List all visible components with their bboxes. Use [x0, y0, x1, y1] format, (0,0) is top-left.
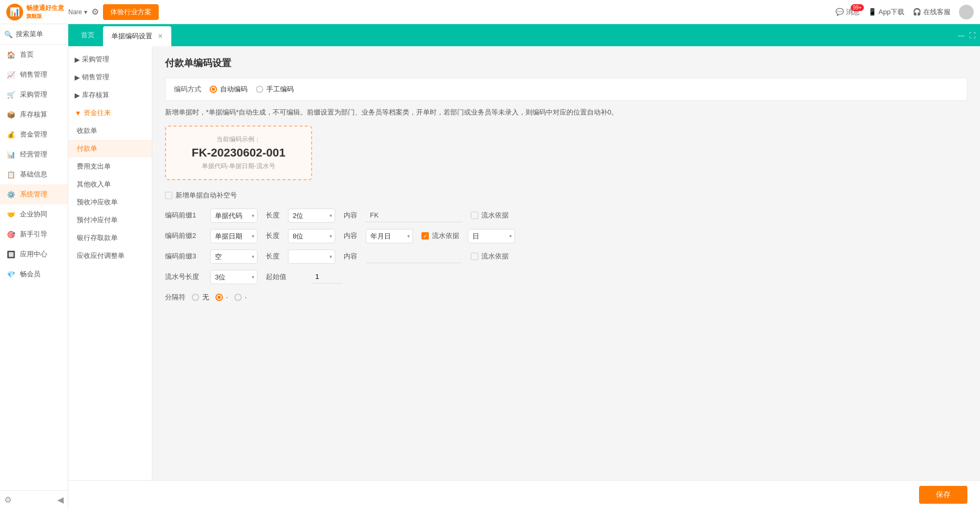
separator-options: 无 · ·: [192, 293, 246, 302]
submenu-item-prepay-receive[interactable]: 预收冲应收单: [68, 193, 152, 211]
settings-icon[interactable]: ⚙: [91, 7, 99, 17]
vip-icon: 💎: [6, 269, 16, 279]
separator-dash-radio[interactable]: ·: [215, 293, 228, 301]
appstore-icon: 🔲: [6, 250, 16, 259]
submenu-item-bank[interactable]: 银行存取款单: [68, 229, 152, 247]
prefix-select-2[interactable]: 单据日期 ▾: [210, 229, 257, 243]
sep-none-circle: [192, 294, 199, 301]
sidebar-item-enterprise[interactable]: 🤝 企业协同: [0, 204, 68, 224]
sidebar-bottom: ⚙ ◀: [0, 490, 68, 509]
content-select-input-2[interactable]: 年月日: [366, 229, 413, 243]
sidebar-item-guide[interactable]: 🎯 新手引导: [0, 224, 68, 244]
content-select-2[interactable]: 年月日 ▾: [366, 229, 413, 243]
encoding-type-section: 编码方式 自动编码 手工编码: [165, 78, 967, 101]
guide-icon: 🎯: [6, 230, 16, 239]
length-select-input-3[interactable]: [288, 250, 335, 264]
page-title: 付款单编码设置: [165, 57, 967, 69]
content-label-2: 内容: [344, 231, 357, 241]
stream-checkbox-3[interactable]: [471, 253, 478, 260]
main-layout: 🔍 搜索菜单 🏠 首页 📈 销售管理 🛒 采购管理 📦 库存核算 💰: [0, 24, 980, 509]
submenu-item-income[interactable]: 其他收入单: [68, 175, 152, 193]
prefix-select-input-3[interactable]: 空: [210, 250, 257, 264]
submenu-group-sales[interactable]: ▶ 销售管理: [68, 68, 152, 86]
messages-button[interactable]: 💬 消息 99+: [835, 7, 860, 17]
content-input-3: [366, 250, 462, 263]
stream-checkbox-1[interactable]: [471, 212, 478, 219]
chevron-right-icon-3: ▶: [75, 91, 80, 99]
prefix-select-input-2[interactable]: 单据日期: [210, 229, 257, 243]
length-select-1[interactable]: 2位 ▾: [288, 209, 335, 223]
sidebar-item-home[interactable]: 🏠 首页: [0, 45, 68, 65]
submenu-item-expense[interactable]: 费用支出单: [68, 158, 152, 175]
auto-fill-label: 新增单据自动补空号: [176, 191, 237, 200]
sidebar-item-finance[interactable]: 💰 资金管理: [0, 124, 68, 144]
content-label-1: 内容: [344, 211, 357, 220]
auto-encode-dot: [212, 88, 215, 91]
tab-encoding[interactable]: 单据编码设置 ✕: [103, 26, 171, 46]
stream-period-input[interactable]: 日 月 年: [468, 229, 515, 243]
inventory-icon: 📦: [6, 110, 16, 119]
sidebar-item-vip[interactable]: 💎 畅会员: [0, 264, 68, 284]
tab-close-icon[interactable]: ✕: [158, 33, 163, 40]
submenu-item-receipt[interactable]: 收款单: [68, 122, 152, 140]
start-value-input[interactable]: [311, 270, 343, 284]
tab-home[interactable]: 首页: [73, 24, 103, 46]
manual-encode-radio[interactable]: 手工编码: [256, 85, 294, 94]
company-dropdown[interactable]: Nare ▾: [68, 8, 87, 16]
serial-length-input[interactable]: 3位 4位 5位: [210, 270, 257, 284]
sidebar-item-purchase[interactable]: 🛒 采购管理: [0, 85, 68, 105]
settings-bottom-icon[interactable]: ⚙: [4, 495, 12, 505]
online-service-button[interactable]: 🎧 在线客服: [913, 7, 951, 17]
auto-encode-radio[interactable]: 自动编码: [210, 85, 247, 94]
separator-dot-radio[interactable]: ·: [234, 293, 247, 301]
save-button[interactable]: 保存: [919, 486, 967, 504]
separator-label: 分隔符: [165, 293, 185, 302]
sub-layout: ▶ 采购管理 ▶ 销售管理 ▶ 库存核算 ▼ 资金往来 收款单: [68, 46, 980, 480]
sidebar-item-operations[interactable]: 📊 经营管理: [0, 144, 68, 164]
encoding-radio-group: 自动编码 手工编码: [210, 85, 294, 94]
submenu-item-ap-adjust[interactable]: 应收应付调整单: [68, 247, 152, 265]
sidebar-item-system[interactable]: ⚙️ 系统管理: [0, 184, 68, 204]
prefix-select-input-1[interactable]: 单据代码: [210, 209, 257, 223]
auto-fill-checkbox[interactable]: [165, 192, 172, 199]
stream-checkbox-2[interactable]: ✓: [421, 232, 429, 240]
encoding-type-label: 编码方式: [174, 85, 201, 94]
submenu-group-purchase[interactable]: ▶ 采购管理: [68, 50, 152, 68]
maximize-icon[interactable]: ⛶: [969, 32, 976, 39]
tab-bar-right: — ⛶: [958, 32, 976, 39]
tab-bar: 首页 单据编码设置 ✕ — ⛶: [68, 24, 980, 46]
header-left: 📊 畅捷通好生意 旗舰版 Nare ▾ ⚙ 体验行业方案: [6, 4, 159, 20]
submenu-item-payment[interactable]: 付款单: [68, 140, 152, 158]
prefix-label-1: 编码前缀1: [165, 211, 202, 220]
submenu-group-inventory[interactable]: ▶ 库存核算: [68, 86, 152, 104]
length-label-3: 长度: [266, 252, 280, 261]
minimize-icon[interactable]: —: [958, 32, 965, 39]
length-select-2[interactable]: 8位 ▾: [288, 229, 335, 243]
sidebar-item-basic[interactable]: 📋 基础信息: [0, 164, 68, 184]
length-select-input-2[interactable]: 8位: [288, 229, 335, 243]
enterprise-icon: 🤝: [6, 210, 16, 219]
prefix-select-1[interactable]: 单据代码 ▾: [210, 209, 257, 223]
messages-badge: 99+: [851, 4, 864, 11]
app-download-button[interactable]: 📱 App下载: [868, 7, 904, 17]
search-menu-button[interactable]: 🔍 搜索菜单: [0, 24, 68, 45]
separator-none-radio[interactable]: 无: [192, 293, 209, 302]
collapse-icon[interactable]: ◀: [57, 495, 64, 505]
sales-icon: 📈: [6, 70, 16, 79]
stream-period-select[interactable]: 日 月 年 ▾: [468, 229, 515, 243]
length-select-3[interactable]: ▾: [288, 250, 335, 264]
sidebar-item-inventory[interactable]: 📦 库存核算: [0, 105, 68, 124]
download-icon: 📱: [868, 8, 876, 16]
trial-button[interactable]: 体验行业方案: [103, 4, 159, 20]
sidebar-item-appstore[interactable]: 🔲 应用中心: [0, 244, 68, 264]
sep-dash-dot: [218, 296, 221, 299]
submenu-item-prepay-pay[interactable]: 预付冲应付单: [68, 211, 152, 229]
submenu-group-finance[interactable]: ▼ 资金往来: [68, 104, 152, 122]
sidebar-item-sales[interactable]: 📈 销售管理: [0, 65, 68, 85]
home-icon: 🏠: [6, 50, 16, 59]
prefix-select-3[interactable]: 空 ▾: [210, 250, 257, 264]
user-avatar[interactable]: [959, 5, 974, 19]
bottom-bar: 保存: [68, 480, 980, 509]
serial-length-select[interactable]: 3位 4位 5位 ▾: [210, 270, 257, 284]
length-select-input-1[interactable]: 2位: [288, 209, 335, 223]
